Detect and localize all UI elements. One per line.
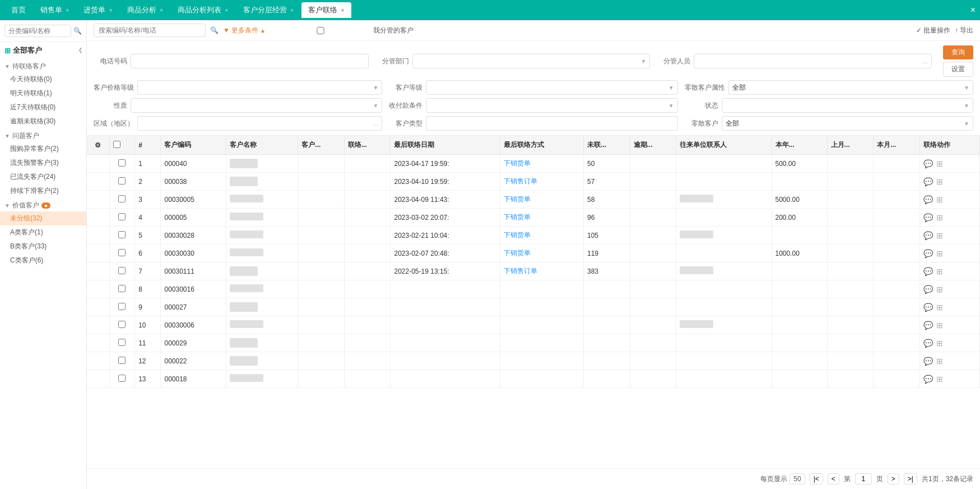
reset-button[interactable]: 设置 [943,62,973,77]
tab-home[interactable]: 首页 [4,2,32,18]
message-icon[interactable]: 💬 [923,231,933,240]
tab-customer-layer[interactable]: 客户分层经营 × [236,2,300,18]
sidebar-group-value[interactable]: ▼ 价值客户 ● [0,198,86,211]
sidebar-item-declining[interactable]: 持续下滑客户(2) [0,184,86,198]
row-checkbox[interactable] [109,245,135,262]
select-all-checkbox[interactable] [113,141,120,148]
tab-analysis-list-close[interactable]: × [225,7,228,13]
contact-method-link[interactable]: 下销货单 [504,249,531,257]
overdue-col-header[interactable]: 逾期... [630,136,676,155]
filter-customer-type-select[interactable] [426,116,677,131]
page-size-value[interactable]: 50 [789,473,805,485]
row-checkbox[interactable] [109,173,135,191]
row-checkbox[interactable] [109,352,135,370]
tab-sales[interactable]: 销售单 × [34,2,76,18]
row-select-checkbox[interactable] [118,375,126,382]
sidebar-group-problem[interactable]: ▼ 问题客户 [0,128,86,142]
row-select-checkbox[interactable] [118,357,126,364]
window-close-icon[interactable]: × [970,5,976,15]
message-icon[interactable]: 💬 [923,177,933,186]
sidebar-item-b-class[interactable]: B类客户(33) [0,239,86,253]
row-checkbox[interactable] [109,191,135,209]
grid-action-icon[interactable]: ⊞ [936,177,943,186]
row-select-checkbox[interactable] [118,213,126,220]
tab-purchase[interactable]: 进货单 × [77,2,119,18]
message-icon[interactable]: 💬 [923,267,933,276]
message-icon[interactable]: 💬 [923,285,933,294]
grid-action-icon[interactable]: ⊞ [936,249,943,258]
sidebar-item-overdue[interactable]: 逾期未联络(30) [0,114,86,128]
more-conditions-btn[interactable]: ▼ 更多条件 ▲ [223,26,266,35]
last-month-col-header[interactable]: 上月... [827,136,874,155]
tab-sales-close[interactable]: × [66,7,69,13]
grid-action-icon[interactable]: ⊞ [936,267,943,276]
filter-retail-customer-select[interactable]: 全部 ▼ [722,116,973,131]
filter-retail-attr-select[interactable]: 全部 ▼ [728,80,973,95]
grid-action-icon[interactable]: ⊞ [936,195,943,204]
row-select-checkbox[interactable] [118,159,126,167]
sidebar-search-icon[interactable]: 🔍 [73,27,82,35]
row-checkbox[interactable] [109,155,135,173]
contact-method-link[interactable]: 下销货单 [504,159,531,167]
last-contact-method-col-header[interactable]: 最后联络方式 [500,136,583,155]
message-icon[interactable]: 💬 [923,321,933,330]
contact-method-link[interactable]: 下销售订单 [504,267,537,275]
grid-action-icon[interactable]: ⊞ [936,357,943,366]
grid-action-icon[interactable]: ⊞ [936,321,943,330]
contact-method-link[interactable]: 下销货单 [504,195,531,203]
row-checkbox[interactable] [109,280,135,298]
row-checkbox[interactable] [109,262,135,280]
name-col-header[interactable]: 客户名称 [226,136,298,155]
contact-col-header[interactable]: 联络... [344,136,391,155]
row-checkbox[interactable] [109,334,135,352]
tab-analysis-list[interactable]: 商品分析列表 × [171,2,235,18]
filter-search-icon[interactable]: 🔍 [210,26,219,34]
sidebar-collapse-icon[interactable]: 《 [76,47,82,55]
type-col-header[interactable]: 客户... [298,136,345,155]
filter-phone-input[interactable] [131,54,369,68]
grid-action-icon[interactable]: ⊞ [936,339,943,348]
my-customers-checkbox-label[interactable]: 我分管的客户 [270,26,414,35]
row-checkbox[interactable] [109,227,135,245]
sidebar-item-7days[interactable]: 近7天待联络(0) [0,100,86,114]
filter-nature-select[interactable]: ▼ [131,98,382,113]
row-select-checkbox[interactable] [118,303,126,310]
filter-payment-select[interactable]: ▼ [426,98,677,113]
grid-action-icon[interactable]: ⊞ [936,285,943,294]
message-icon[interactable]: 💬 [923,195,933,204]
message-icon[interactable]: 💬 [923,375,933,384]
sidebar-item-abnormal[interactable]: 囤购异常客户(2) [0,142,86,156]
search-input[interactable] [94,24,206,37]
message-icon[interactable]: 💬 [923,213,933,222]
tab-purchase-close[interactable]: × [109,7,112,13]
filter-staff-select[interactable]: … [694,54,932,68]
filter-region-select[interactable]: … [137,116,382,131]
prev-page-btn[interactable]: < [828,473,839,485]
contact-method-link[interactable]: 下销售订单 [504,177,537,185]
tab-customer-layer-close[interactable]: × [290,7,294,13]
this-year-col-header[interactable]: 本年... [772,136,827,155]
row-select-checkbox[interactable] [118,231,126,238]
sidebar-item-today[interactable]: 今天待联络(0) [0,72,86,86]
sidebar-item-tomorrow[interactable]: 明天待联络(1) [0,86,86,100]
sidebar-item-churned[interactable]: 已流失客户(24) [0,170,86,184]
grid-action-icon[interactable]: ⊞ [936,159,943,168]
filter-dept-select[interactable]: ▼ [412,54,651,68]
tab-analysis-close[interactable]: × [160,7,163,13]
last-page-btn[interactable]: >| [904,473,917,485]
row-checkbox[interactable] [109,316,135,334]
sidebar-item-churn-warning[interactable]: 流失预警客户(3) [0,156,86,170]
first-page-btn[interactable]: |< [810,473,823,485]
row-select-checkbox[interactable] [118,195,126,202]
no-contact-col-header[interactable]: 未联... [583,136,630,155]
message-icon[interactable]: 💬 [923,339,933,348]
message-icon[interactable]: 💬 [923,357,933,366]
row-select-checkbox[interactable] [118,285,126,292]
my-customers-checkbox[interactable] [270,27,371,34]
grid-action-icon[interactable]: ⊞ [936,231,943,240]
filter-customer-level-select[interactable]: ▼ [426,80,677,95]
sidebar-item-ungroup[interactable]: 未分组(32) [0,211,86,225]
message-icon[interactable]: 💬 [923,159,933,168]
row-select-checkbox[interactable] [118,267,126,274]
message-icon[interactable]: 💬 [923,249,933,258]
